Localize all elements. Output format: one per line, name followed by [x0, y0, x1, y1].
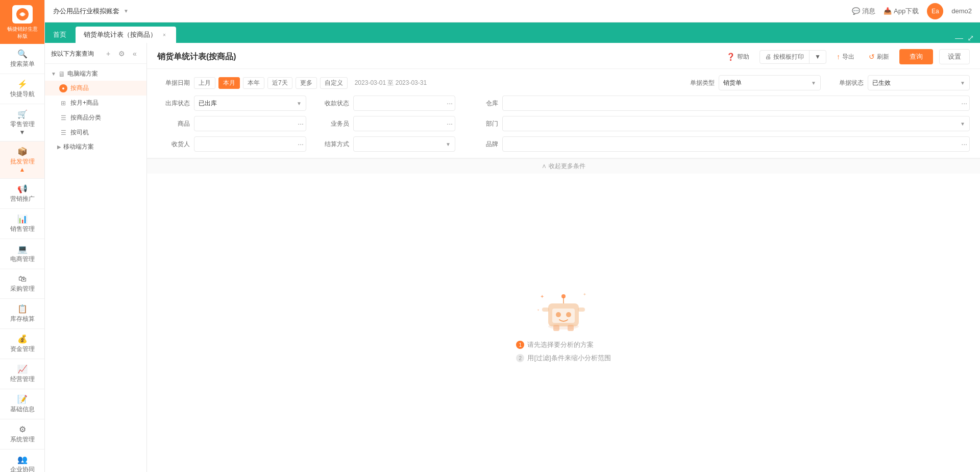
lph-actions: + ⚙ «	[103, 48, 140, 59]
sidebar-item-basic-info[interactable]: 📝 基础信息	[0, 389, 44, 419]
collab-icon: 👥	[17, 455, 28, 464]
sidebar: 畅捷销好生意 标版 🔍 搜索菜单 ⚡ 快捷导航 🛒 零售管理 ▼ 📦 批发管理 …	[0, 0, 45, 472]
add-scheme-button[interactable]: +	[103, 48, 114, 59]
query-button[interactable]: 查询	[899, 49, 933, 64]
svg-rect-12	[568, 325, 574, 331]
empty-state: ✦ ✦ ✦ 1 请先选择要分析的方案 2 用[过滤]条件来缩小分析范围	[516, 283, 610, 363]
date-btn-custom[interactable]: 自定义	[320, 77, 348, 89]
payment-status-label: 收款状态	[316, 99, 353, 108]
app-download-button[interactable]: 📥 App下载	[884, 7, 919, 16]
tab-maximize-icon[interactable]: ⤢	[967, 33, 974, 43]
export-icon: ↑	[837, 53, 840, 61]
date-btn-this-month[interactable]: 本月	[218, 77, 240, 89]
salesman-dots-icon[interactable]: ···	[447, 120, 453, 128]
svg-text:✦: ✦	[540, 294, 544, 299]
help-button[interactable]: ❓ 帮助	[722, 51, 753, 63]
sidebar-item-ecommerce[interactable]: 💻 电商管理	[0, 239, 44, 269]
workspace-chevron[interactable]: ▼	[124, 8, 129, 14]
refresh-button[interactable]: ↺ 刷新	[865, 51, 893, 63]
tree-item-by-goods[interactable]: ● 按商品	[45, 81, 146, 96]
warehouse-input[interactable]: ···	[502, 96, 970, 111]
left-panel-header: 按以下方案查询 + ⚙ «	[45, 43, 146, 64]
tree-subgroup-mobile[interactable]: ▶ 移动端方案	[45, 140, 146, 154]
user-name[interactable]: demo2	[951, 7, 972, 15]
svg-rect-9	[542, 308, 549, 312]
warehouse-label: 仓库	[465, 99, 502, 108]
out-status-select[interactable]: 已出库 ▼	[194, 96, 306, 111]
svg-rect-10	[578, 308, 585, 312]
sidebar-item-collab[interactable]: 👥 企业协同	[0, 450, 44, 472]
refresh-icon: ↺	[869, 53, 875, 61]
sidebar-item-wholesale[interactable]: 📦 批发管理 ▲	[0, 141, 44, 179]
page-title-actions: ❓ 帮助 🖨 按模板打印 ▼ ↑ 导出	[722, 49, 970, 64]
filter-row-2: 出库状态 已出库 ▼ 收款状态 ···	[157, 96, 970, 111]
tab-minimize-icon[interactable]: —	[955, 34, 963, 43]
warehouse-dots-icon[interactable]: ···	[961, 99, 967, 107]
collapse-panel-button[interactable]: «	[129, 48, 140, 59]
desktop-group-icon: 🖥	[58, 70, 65, 78]
settlement-select[interactable]: ▼	[353, 136, 455, 152]
svg-rect-4	[552, 309, 575, 323]
hint2-number: 2	[516, 354, 524, 362]
sidebar-item-purchase[interactable]: 🛍 采购管理	[0, 269, 44, 299]
message-button[interactable]: 💬 消息	[852, 7, 875, 16]
tree-item-by-category[interactable]: ☰ 按商品分类	[45, 110, 146, 125]
sidebar-item-inventory[interactable]: 📋 库存核算	[0, 299, 44, 329]
sales-icon: 📊	[17, 214, 28, 224]
tab-home[interactable]: 首页	[45, 27, 75, 43]
sidebar-item-system[interactable]: ⚙ 系统管理	[0, 419, 44, 450]
goods-input[interactable]: ···	[194, 116, 306, 131]
workspace-name[interactable]: 办公用品行业模拟账套	[53, 7, 119, 16]
sidebar-item-retail[interactable]: 🛒 零售管理 ▼	[0, 104, 44, 141]
topbar: 办公用品行业模拟账套 ▼ 💬 消息 📥 App下载 Ea demo2	[45, 0, 980, 22]
brand-input[interactable]: ···	[502, 136, 970, 152]
filter-area: 单据日期 上月 本月 本年 近7天 更多 自定义 2023-03-01 至 20…	[147, 69, 980, 158]
tab-close-icon[interactable]: ×	[161, 31, 168, 38]
salesman-input[interactable]: ···	[353, 116, 455, 131]
dots-icon[interactable]: ···	[447, 99, 453, 107]
settings-scheme-button[interactable]: ⚙	[116, 48, 127, 59]
date-btn-more[interactable]: 更多	[296, 77, 317, 89]
sidebar-item-operations[interactable]: 📈 经营管理	[0, 359, 44, 389]
sidebar-logo[interactable]: 畅捷销好生意 标版	[0, 0, 45, 44]
doc-type-field: 销货单 ▼	[719, 75, 821, 90]
tree-item-by-driver[interactable]: ☰ 按司机	[45, 125, 146, 140]
brand-label: 品牌	[465, 140, 502, 149]
doc-status-select[interactable]: 已生效 ▼	[868, 75, 970, 90]
payment-status-input[interactable]: ···	[353, 96, 455, 111]
date-btn-last-month[interactable]: 上月	[194, 77, 215, 89]
collapse-bar[interactable]: ∧ 收起更多条件	[147, 158, 980, 174]
date-btn-this-year[interactable]: 本年	[243, 77, 264, 89]
dept-select[interactable]: ▼	[502, 116, 970, 131]
sidebar-item-marketing[interactable]: 📢 营销推广	[0, 179, 44, 209]
brand-dots-icon[interactable]: ···	[961, 140, 967, 148]
receiver-dots-icon[interactable]: ···	[298, 140, 304, 148]
sidebar-item-search[interactable]: 🔍 搜索菜单	[0, 44, 44, 74]
goods-dots-icon[interactable]: ···	[298, 120, 304, 128]
date-btn-7days[interactable]: 近7天	[267, 77, 292, 89]
print-dropdown-button[interactable]: ▼	[810, 51, 826, 62]
settings-button[interactable]: 设置	[939, 49, 970, 64]
doc-type-select[interactable]: 销货单 ▼	[719, 75, 821, 90]
page-content: 按以下方案查询 + ⚙ « ▼ 🖥 电脑端方案 ● 按商品 ⊞	[45, 43, 980, 472]
month-goods-icon: ⊞	[59, 99, 67, 107]
topbar-left: 办公用品行业模拟账套 ▼	[53, 7, 129, 16]
user-avatar[interactable]: Ea	[927, 3, 943, 19]
empty-hint-1: 1 请先选择要分析的方案	[516, 340, 610, 349]
sidebar-item-finance[interactable]: 💰 资金管理	[0, 329, 44, 359]
sidebar-item-quick-nav[interactable]: ⚡ 快捷导航	[0, 74, 44, 104]
export-button[interactable]: ↑ 导出	[832, 51, 859, 63]
receiver-input[interactable]: ···	[194, 136, 306, 152]
message-icon: 💬	[852, 7, 860, 15]
doc-type-label: 单据类型	[682, 79, 719, 87]
print-template-button[interactable]: 🖨 按模板打印	[760, 51, 810, 63]
page-title: 销货单统计表(按商品)	[157, 52, 236, 62]
payment-status-field: ···	[353, 96, 455, 111]
dept-arrow: ▼	[960, 121, 965, 127]
tab-sales-stats[interactable]: 销货单统计表（按商品） ×	[76, 27, 176, 43]
content-area: ✦ ✦ ✦ 1 请先选择要分析的方案 2 用[过滤]条件来缩小分析范围	[147, 174, 980, 472]
out-status-arrow: ▼	[297, 101, 302, 106]
tree-item-by-month-goods[interactable]: ⊞ 按月+商品	[45, 96, 146, 110]
tree-group-desktop[interactable]: ▼ 🖥 电脑端方案	[45, 67, 146, 81]
sidebar-item-sales[interactable]: 📊 销售管理	[0, 209, 44, 239]
